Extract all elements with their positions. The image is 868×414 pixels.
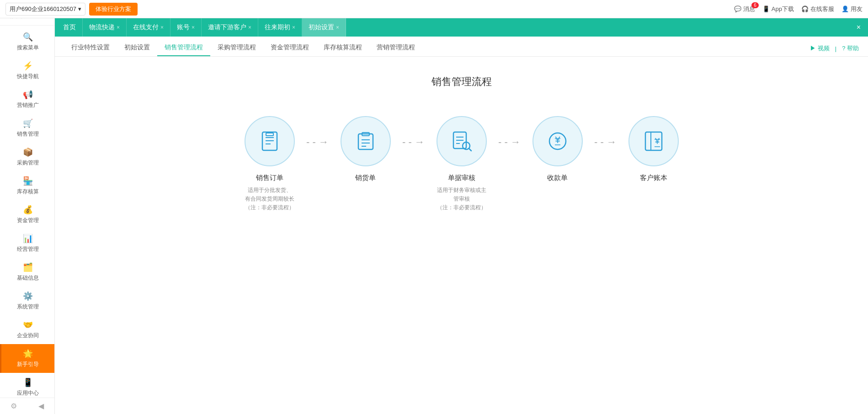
sub-tab-sales_flow[interactable]: 销售管理流程 bbox=[157, 40, 210, 56]
nav-tab-invite[interactable]: 邀请下游客户× bbox=[202, 18, 258, 37]
close-tab-invite[interactable]: × bbox=[248, 24, 251, 31]
sidebar-item-purchase[interactable]: 📦 采购管理 bbox=[0, 143, 54, 171]
settings-icon[interactable]: ⚙ bbox=[11, 402, 17, 410]
sub-tab-inventory_flow[interactable]: 库存核算流程 bbox=[316, 40, 369, 56]
service-icon: 🎧 bbox=[801, 5, 809, 12]
sidebar-item-marketing[interactable]: 📢 营销推广 bbox=[0, 85, 54, 114]
nav-tab-logistics[interactable]: 物流快递× bbox=[83, 18, 127, 37]
message-icon: 💬 bbox=[734, 5, 741, 12]
flow-item-receipt[interactable]: ¥ 收款单 bbox=[521, 116, 594, 186]
sidebar-item-basic[interactable]: 🗂️ 基础信息 bbox=[0, 258, 54, 287]
collapse-icon[interactable]: ◀ bbox=[38, 402, 44, 410]
sidebar-label-basic: 基础信息 bbox=[17, 274, 39, 282]
nav-tab-label-init: 初始设置 bbox=[309, 23, 334, 32]
online-service-item[interactable]: 🎧 在线客服 bbox=[801, 5, 834, 13]
user-label: 用友 bbox=[851, 5, 863, 13]
close-tab-payment[interactable]: × bbox=[160, 24, 164, 31]
nav-tab-payment[interactable]: 在线支付× bbox=[127, 18, 170, 37]
flow-circle-shipment bbox=[341, 116, 391, 166]
flow-item-customer_ledger[interactable]: ¥ 客户账本 bbox=[617, 116, 690, 186]
nav-tab-label-logistics: 物流快递 bbox=[89, 23, 115, 32]
sidebar-items: 🔍 搜索菜单 ⚡ 快捷导航 📢 营销推广 🛒 销售管理 📦 采购管理 🏪 库存核… bbox=[0, 26, 54, 398]
sidebar-item-collab[interactable]: 🤝 企业协同 bbox=[0, 315, 54, 344]
flow-diagram: 销售订单 适用于分批发货、有合同发货周期较长（注：非必要流程） - - → 销货… bbox=[55, 116, 868, 240]
sub-tabs: 行业特性设置初始设置销售管理流程采购管理流程资金管理流程库存核算流程营销管理流程… bbox=[55, 37, 868, 57]
sidebar-label-sales: 销售管理 bbox=[17, 130, 39, 138]
sidebar-label-quicknav: 快捷导航 bbox=[17, 73, 39, 80]
nav-tab-label-invite: 邀请下游客户 bbox=[208, 23, 246, 32]
sidebar-icon-finance: 💰 bbox=[23, 205, 33, 215]
nav-tab-init[interactable]: 初始设置× bbox=[302, 18, 346, 37]
app-download-item[interactable]: 📱 App下载 bbox=[762, 5, 794, 13]
company-name: 用户690企业1660120507 bbox=[10, 5, 76, 13]
sub-tab-finance_flow[interactable]: 资金管理流程 bbox=[263, 40, 316, 56]
avatar-icon: 👤 bbox=[841, 5, 849, 12]
nav-tab-label-period: 往来期初 bbox=[265, 23, 290, 32]
video-link[interactable]: ▶ 视频 bbox=[810, 44, 830, 53]
close-tab-init[interactable]: × bbox=[336, 24, 339, 31]
sidebar-item-system[interactable]: ⚙️ 系统管理 bbox=[0, 287, 54, 315]
sub-tab-industry[interactable]: 行业特性设置 bbox=[64, 40, 117, 56]
nav-tab-label-account: 账号 bbox=[177, 23, 190, 32]
help-link[interactable]: ? 帮助 bbox=[842, 44, 859, 53]
flow-arrow-3: - - → bbox=[498, 116, 521, 148]
nav-tab-label-home: 首页 bbox=[63, 23, 76, 32]
nav-tab-home[interactable]: 首页 bbox=[57, 18, 83, 37]
app-label: App下载 bbox=[772, 5, 794, 13]
sidebar-label-finance: 资金管理 bbox=[17, 217, 39, 224]
sidebar-item-quicknav[interactable]: ⚡ 快捷导航 bbox=[0, 56, 54, 85]
sub-tab-init[interactable]: 初始设置 bbox=[117, 40, 157, 56]
nav-tab-account[interactable]: 账号× bbox=[170, 18, 202, 37]
sidebar: 畅捷通好生意 标准版 🔍 搜索菜单 ⚡ 快捷导航 📢 营销推广 🛒 销售管理 📦… bbox=[0, 0, 55, 414]
sidebar-item-inventory[interactable]: 🏪 库存核算 bbox=[0, 171, 54, 200]
flow-item-review[interactable]: 单据审核 适用于财务审核或主管审核（注：非必要流程） bbox=[425, 116, 498, 212]
sidebar-item-search[interactable]: 🔍 搜索菜单 bbox=[0, 27, 54, 56]
sidebar-item-finance[interactable]: 💰 资金管理 bbox=[0, 200, 54, 229]
sidebar-item-apps[interactable]: 📱 应用中心 bbox=[0, 373, 54, 398]
flow-label-review: 单据审核 bbox=[448, 174, 475, 182]
arrow-icon: - - → bbox=[306, 136, 329, 148]
svg-text:¥: ¥ bbox=[654, 137, 660, 146]
nav-tab-label-payment: 在线支付 bbox=[133, 23, 159, 32]
message-item[interactable]: 💬 消息 6 bbox=[734, 5, 755, 13]
flow-item-shipment[interactable]: 销货单 bbox=[329, 116, 402, 186]
sidebar-icon-apps: 📱 bbox=[23, 377, 33, 387]
sub-tab-purchase_flow[interactable]: 采购管理流程 bbox=[210, 40, 263, 56]
main-content: 销售管理流程 销售订单 适用于分批发货、有合同发货周期较长（注：非必要流程） -… bbox=[55, 57, 868, 414]
close-tab-period[interactable]: × bbox=[292, 24, 295, 31]
sidebar-label-apps: 应用中心 bbox=[17, 389, 39, 397]
flow-label-receipt: 收款单 bbox=[547, 174, 568, 182]
sidebar-label-operation: 经营管理 bbox=[17, 245, 39, 253]
nav-close-button[interactable]: × bbox=[851, 23, 866, 32]
sidebar-bottom: ⚙ ◀ bbox=[0, 398, 54, 414]
flow-circle-review bbox=[437, 116, 487, 166]
arrow-icon: - - → bbox=[402, 136, 425, 148]
flow-desc-sales_order: 适用于分批发货、有合同发货周期较长（注：非必要流程） bbox=[245, 186, 294, 212]
sidebar-icon-guide: 🌟 bbox=[23, 349, 33, 359]
arrow-icon: - - → bbox=[594, 136, 617, 148]
sidebar-item-operation[interactable]: 📊 经营管理 bbox=[0, 229, 54, 258]
page-title: 销售管理流程 bbox=[55, 57, 868, 116]
sub-tab-help: ▶ 视频 | ? 帮助 bbox=[810, 44, 859, 56]
sidebar-label-marketing: 营销推广 bbox=[17, 101, 39, 109]
top-bar-right: 💬 消息 6 📱 App下载 🎧 在线客服 👤 用友 bbox=[734, 5, 863, 13]
close-tab-account[interactable]: × bbox=[192, 24, 195, 31]
company-select[interactable]: 用户690企业1660120507 ▾ bbox=[5, 3, 85, 16]
sidebar-icon-purchase: 📦 bbox=[23, 147, 33, 157]
sidebar-label-system: 系统管理 bbox=[17, 303, 39, 311]
top-bar-left: 用户690企业1660120507 ▾ 体验行业方案 bbox=[5, 3, 138, 16]
nav-tab-period[interactable]: 往来期初× bbox=[258, 18, 302, 37]
sidebar-icon-quicknav: ⚡ bbox=[23, 61, 33, 71]
svg-rect-4 bbox=[266, 133, 273, 136]
user-item[interactable]: 👤 用友 bbox=[841, 5, 863, 13]
sidebar-item-sales[interactable]: 🛒 销售管理 bbox=[0, 114, 54, 143]
flow-circle-sales_order bbox=[245, 116, 295, 166]
flow-item-sales_order[interactable]: 销售订单 适用于分批发货、有合同发货周期较长（注：非必要流程） bbox=[233, 116, 306, 212]
svg-rect-5 bbox=[358, 134, 373, 149]
trial-button[interactable]: 体验行业方案 bbox=[89, 3, 138, 16]
sidebar-icon-sales: 🛒 bbox=[23, 118, 33, 128]
sidebar-icon-inventory: 🏪 bbox=[23, 176, 33, 186]
close-tab-logistics[interactable]: × bbox=[117, 24, 120, 31]
sidebar-item-guide[interactable]: 🌟 新手引导 bbox=[0, 344, 54, 373]
sub-tab-marketing_flow[interactable]: 营销管理流程 bbox=[369, 40, 422, 56]
